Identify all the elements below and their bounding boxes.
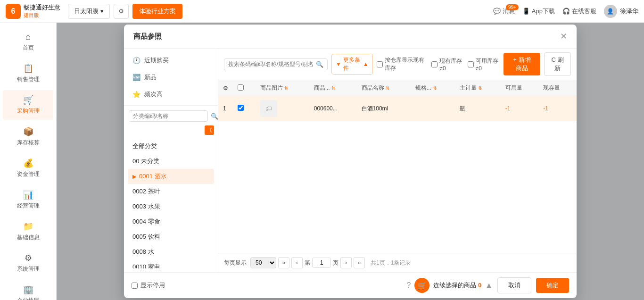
col-spec[interactable]: 规格... ⇅ (411, 80, 455, 96)
dialog-close-button[interactable]: ✕ (560, 31, 567, 42)
checkbox-available-not-zero[interactable]: 可用库存≠0 (468, 57, 500, 72)
dialog-header: 商品参照 ✕ (124, 25, 577, 49)
refresh-button[interactable]: C 刷新 (544, 52, 571, 76)
pagination: 每页显示 50 10 20 100 « ‹ 第 页 (218, 253, 577, 272)
col-image[interactable]: 商品图片 ⇅ (256, 80, 309, 96)
topbar-right: 💬 消息 99+ 📱 App下载 🎧 在线客服 👤 徐泽华 (493, 5, 638, 18)
category-item-all[interactable]: 全部分类 (128, 139, 214, 154)
star-icon: ⭐ (132, 91, 140, 98)
page-total-info: 共1页，1条记录 (371, 259, 411, 267)
sidebar-item-sales[interactable]: 📋 销售管理 (3, 58, 53, 88)
filter-button[interactable]: ▼ 更多条件 ▲ (331, 54, 373, 75)
search-input-wrap[interactable]: 🔍 (224, 58, 328, 70)
message-button[interactable]: 💬 消息 99+ (493, 7, 515, 16)
sidebar-item-label: 资金管理 (17, 170, 40, 178)
prev-page-button[interactable]: ‹ (291, 257, 303, 268)
show-disabled-checkbox[interactable] (132, 283, 138, 289)
sidebar-item-system[interactable]: ⚙ 系统管理 (3, 248, 53, 278)
category-item-0005[interactable]: 0005 饮料 (128, 229, 214, 244)
row-select-checkbox[interactable] (238, 105, 244, 111)
sidebar-item-finance[interactable]: 💰 资金管理 (3, 153, 53, 183)
row-unit: 瓶 (455, 96, 501, 121)
filter-label: 更多条件 (343, 56, 361, 72)
search-icon[interactable]: 🔍 (316, 61, 323, 68)
col-stock[interactable]: 现存量 (538, 80, 577, 96)
category-item-0008[interactable]: 0008 水 (128, 244, 214, 259)
col-checkbox[interactable] (233, 80, 256, 96)
product-thumbnail: 🏷 (260, 100, 277, 117)
sidebar-item-label: 经营管理 (17, 202, 40, 210)
sidebar-item-stock[interactable]: 📦 库存核算 (3, 122, 53, 151)
page-number-input[interactable] (312, 258, 331, 268)
search-icon[interactable]: 🔍 (211, 113, 218, 120)
select-all-checkbox[interactable] (238, 84, 244, 91)
checkbox-show-stock[interactable]: 按仓库显示现有库存 (377, 56, 428, 72)
col-settings[interactable]: ⚙ (218, 80, 233, 96)
category-item-0002[interactable]: 0002 茶叶 (128, 184, 214, 199)
next-page-button[interactable]: › (340, 257, 352, 268)
first-page-button[interactable]: « (278, 257, 289, 268)
logo: 6 畅捷通好生意 捷目版 (6, 3, 60, 19)
divider (124, 105, 218, 106)
nav-selector[interactable]: 日太阳膜 ▾ (68, 4, 110, 19)
sidebar-item-enterprise[interactable]: 🏢 企业协同 (3, 280, 53, 300)
category-label: 0001 酒水 (139, 172, 167, 181)
layout: ⌂ 首页 📋 销售管理 🛒 采购管理 📦 库存核算 💰 资金管理 📊 经营管理 … (0, 23, 644, 300)
basic-icon: 📁 (23, 221, 33, 232)
col-name[interactable]: 商品名称 ⇅ (357, 80, 411, 96)
checkbox-stock-not-zero[interactable]: 现有库存≠0 (431, 57, 463, 72)
left-panel-tabs: 🕐 近期购买 🆕 新品 ⭐ 频次高 (124, 52, 218, 102)
arrow-icon: ▶ (132, 174, 136, 180)
customer-service-button[interactable]: 🎧 在线客服 (562, 7, 596, 16)
category-search-input[interactable] (129, 110, 208, 122)
row-checkbox[interactable] (233, 96, 256, 121)
add-product-button[interactable]: + 新增商品 (504, 53, 540, 75)
table-header: ⚙ 商品图片 ⇅ 商品... ⇅ 商品名称 ⇅ 规格... ⇅ 主计量 ⇅ 可用… (218, 80, 577, 96)
stock-not-zero-checkbox[interactable] (431, 61, 438, 67)
sidebar-item-operation[interactable]: 📊 经营管理 (3, 185, 53, 215)
trial-button[interactable]: 体验行业方案 (132, 4, 182, 19)
cart-button[interactable]: 🛒 (414, 278, 429, 293)
confirm-button[interactable]: 确定 (536, 278, 569, 293)
last-page-button[interactable]: » (354, 257, 365, 268)
left-tab-new[interactable]: 🆕 新品 (128, 69, 214, 85)
left-panel: 🕐 近期购买 🆕 新品 ⭐ 频次高 (124, 49, 218, 272)
category-item-00[interactable]: 00 未分类 (128, 154, 214, 169)
table-row[interactable]: 1 🏷 000600... 白酒100ml (218, 96, 577, 121)
page-size-select[interactable]: 50 10 20 100 (250, 257, 276, 268)
show-disabled-area[interactable]: 显示停用 (132, 281, 165, 290)
topbar: 6 畅捷通好生意 捷目版 日太阳膜 ▾ ⚙ 体验行业方案 💬 消息 99+ 📱 … (0, 0, 644, 23)
col-available[interactable]: 可用量 (501, 80, 539, 96)
left-tab-recent[interactable]: 🕐 近期购买 (128, 52, 214, 68)
category-item-0001[interactable]: ▶ 0001 酒水 (128, 169, 214, 184)
logo-icon: 6 (6, 4, 21, 19)
category-label: 全部分类 (132, 142, 157, 150)
cancel-button[interactable]: 取消 (497, 277, 531, 293)
table-body: 1 🏷 000600... 白酒100ml (218, 96, 577, 121)
phone-icon: 📱 (522, 8, 530, 15)
sidebar-item-basic[interactable]: 📁 基础信息 (3, 217, 53, 246)
settings-button[interactable]: ⚙ (114, 4, 129, 19)
col-code[interactable]: 商品... ⇅ (309, 80, 357, 96)
category-item-0003[interactable]: 0003 水果 (128, 199, 214, 214)
collapse-cart-icon[interactable]: ▲ (485, 281, 493, 290)
show-stock-checkbox[interactable] (377, 61, 383, 67)
left-tab-label: 频次高 (144, 90, 163, 99)
username: 徐泽华 (620, 7, 638, 16)
left-tab-frequent[interactable]: ⭐ 频次高 (128, 86, 214, 102)
collapse-button[interactable]: 《 (205, 125, 214, 135)
category-item-0004[interactable]: 0004 零食 (128, 214, 214, 229)
col-unit[interactable]: 主计量 ⇅ (455, 80, 501, 96)
app-download-button[interactable]: 📱 App下载 (522, 7, 555, 16)
sidebar-item-purchase[interactable]: 🛒 采购管理 (3, 90, 53, 120)
user-area[interactable]: 👤 徐泽华 (604, 5, 638, 18)
stock-not-zero-label: 现有库存≠0 (439, 57, 463, 72)
sidebar-item-home[interactable]: ⌂ 首页 (3, 27, 53, 57)
cart-count: 0 (478, 282, 481, 289)
purchase-icon: 🛒 (23, 95, 33, 105)
clock-icon: 🕐 (132, 57, 140, 64)
search-input[interactable] (228, 61, 313, 67)
category-item-0010[interactable]: 0010 家电 (128, 259, 214, 268)
available-not-zero-checkbox[interactable] (468, 61, 474, 67)
help-icon[interactable]: ? (406, 281, 411, 290)
